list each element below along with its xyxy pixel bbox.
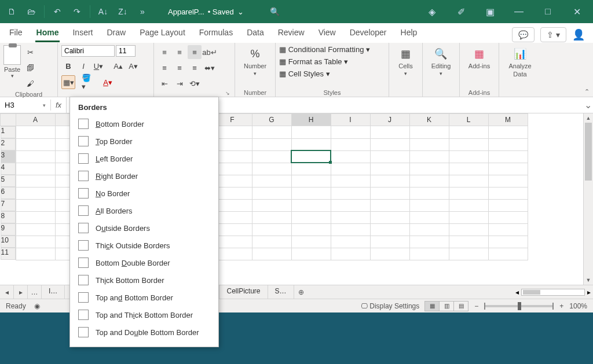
border-option[interactable]: Bottom Border — [70, 115, 218, 133]
format-as-table-button[interactable]: ▦ Format as Table ▾ — [279, 57, 348, 66]
align-middle-icon[interactable]: ≡ — [173, 45, 186, 59]
cell-K5[interactable] — [409, 175, 449, 187]
cell-G3[interactable] — [252, 150, 291, 163]
border-option[interactable]: Top and Bottom Border — [70, 289, 218, 306]
shrink-font-icon[interactable]: A▾ — [126, 59, 140, 73]
cell-I2[interactable] — [331, 138, 370, 150]
cell-A11[interactable] — [16, 248, 55, 260]
undo-icon[interactable]: ↶ — [49, 3, 65, 20]
cell-M10[interactable] — [488, 236, 528, 248]
cell-K4[interactable] — [409, 163, 449, 175]
cell-J2[interactable] — [370, 138, 409, 150]
cell-G4[interactable] — [252, 163, 291, 175]
cell-J3[interactable] — [370, 150, 409, 163]
row-header-5[interactable]: 5 — [1, 175, 16, 187]
border-option[interactable]: Thick Bottom Border — [70, 271, 218, 289]
dialog-launcher-icon[interactable]: ↘ — [225, 90, 230, 96]
cell-G6[interactable] — [252, 187, 291, 199]
cell-J10[interactable] — [370, 236, 409, 248]
collapse-ribbon-icon[interactable]: ⌃ — [584, 88, 590, 95]
menu-data[interactable]: Data — [246, 24, 265, 42]
cell-A6[interactable] — [16, 187, 55, 199]
cell-I1[interactable] — [331, 126, 370, 139]
font-size-input[interactable] — [116, 45, 136, 57]
cell-K11[interactable] — [409, 248, 449, 260]
cell-A5[interactable] — [16, 175, 55, 187]
cell-A8[interactable] — [16, 211, 55, 223]
scroll-thumb[interactable] — [585, 123, 592, 181]
editing-button[interactable]: 🔍 Editing▾ — [428, 45, 455, 78]
cell-K9[interactable] — [409, 223, 449, 236]
menu-insert[interactable]: Insert — [71, 24, 94, 42]
zoom-slider[interactable] — [484, 305, 554, 307]
format-painter-icon[interactable]: 🖌 — [23, 76, 37, 90]
cell-I10[interactable] — [331, 236, 370, 248]
tab-prev-icon[interactable]: ◂ — [0, 285, 14, 299]
cell-M7[interactable] — [488, 199, 528, 211]
cell-L3[interactable] — [449, 150, 488, 163]
menu-review[interactable]: Review — [277, 24, 306, 42]
border-option[interactable]: Thick Outside Borders — [70, 237, 218, 254]
hscroll-right-icon[interactable]: ▸ — [587, 288, 591, 296]
cell-J5[interactable] — [370, 175, 409, 187]
border-option[interactable]: Outside Borders — [70, 219, 218, 237]
cell-L2[interactable] — [449, 138, 488, 150]
tab-next-icon[interactable]: ▸ — [14, 285, 28, 299]
col-header-H[interactable]: H — [291, 114, 331, 126]
cell-A4[interactable] — [16, 163, 55, 175]
cell-M2[interactable] — [488, 138, 528, 150]
col-header-G[interactable]: G — [252, 114, 291, 126]
col-header-A[interactable]: A — [16, 114, 55, 126]
align-bottom-icon[interactable]: ≡ — [188, 45, 202, 59]
fill-color-button[interactable]: 🪣▾ — [81, 75, 95, 89]
cell-I6[interactable] — [331, 187, 370, 199]
comments-button[interactable]: 💬 — [512, 27, 535, 42]
zoom-out-icon[interactable]: − — [474, 302, 478, 310]
minimize-icon[interactable]: — — [506, 0, 532, 23]
macro-record-icon[interactable]: ◉ — [34, 302, 40, 310]
cell-M11[interactable] — [488, 248, 528, 260]
decrease-indent-icon[interactable]: ⇤ — [158, 76, 171, 90]
font-name-input[interactable] — [61, 45, 115, 57]
cell-L5[interactable] — [449, 175, 488, 187]
cell-H6[interactable] — [291, 187, 331, 199]
window-mode-icon[interactable]: ▣ — [477, 0, 503, 23]
number-format-button[interactable]: % Number▾ — [240, 45, 270, 78]
cell-G9[interactable] — [252, 223, 291, 236]
copy-icon[interactable]: 🗐 — [23, 61, 37, 75]
normal-view-icon[interactable]: ▦ — [424, 301, 440, 311]
col-header-K[interactable]: K — [409, 114, 449, 126]
align-right-icon[interactable]: ≡ — [188, 61, 202, 75]
row-header-1[interactable]: 1 — [1, 126, 16, 138]
conditional-formatting-button[interactable]: ▦ Conditional Formatting ▾ — [279, 45, 370, 54]
maximize-icon[interactable]: □ — [535, 0, 561, 23]
page-layout-view-icon[interactable]: ▥ — [439, 301, 454, 311]
sort-asc-icon[interactable]: A↓ — [95, 3, 111, 20]
cell-H5[interactable] — [291, 175, 331, 187]
cell-H10[interactable] — [291, 236, 331, 248]
cell-J9[interactable] — [370, 223, 409, 236]
select-all-corner[interactable] — [1, 114, 16, 126]
row-header-6[interactable]: 6 — [1, 187, 16, 199]
underline-button[interactable]: U▾ — [91, 59, 105, 73]
menu-formulas[interactable]: Formulas — [198, 24, 234, 42]
border-option[interactable]: Top Border — [70, 133, 218, 150]
premium-icon[interactable]: ◈ — [419, 0, 445, 23]
qat-more-icon[interactable]: » — [134, 3, 151, 20]
cell-A7[interactable] — [16, 199, 55, 211]
cell-H3[interactable] — [291, 150, 331, 163]
row-header-7[interactable]: 7 — [1, 199, 16, 211]
border-option[interactable]: Bottom Double Border — [70, 254, 218, 271]
name-box[interactable]: H3▾ — [0, 100, 51, 111]
scroll-up-icon[interactable]: ▲ — [584, 113, 593, 123]
page-break-view-icon[interactable]: ▤ — [453, 301, 468, 311]
cell-G7[interactable] — [252, 199, 291, 211]
cell-A10[interactable] — [16, 236, 55, 248]
cell-M9[interactable] — [488, 223, 528, 236]
vertical-scrollbar[interactable]: ▲ ▼ — [583, 113, 593, 285]
document-title[interactable]: ApparelP... • Saved ⌄ — [168, 8, 244, 16]
row-header-3[interactable]: 3 — [1, 150, 16, 163]
cell-A9[interactable] — [16, 223, 55, 236]
cell-K2[interactable] — [409, 138, 449, 150]
cell-K6[interactable] — [409, 187, 449, 199]
